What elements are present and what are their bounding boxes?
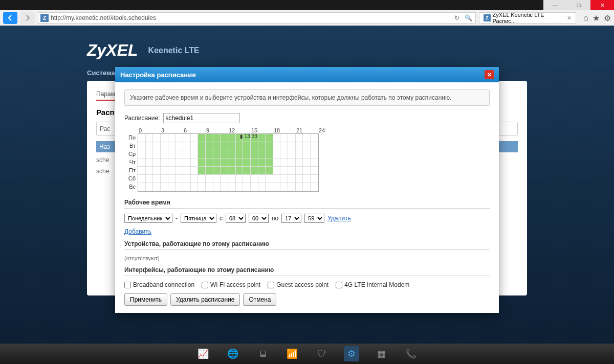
grid-cell[interactable] (258, 167, 266, 175)
tab-close-icon[interactable]: ✕ (567, 15, 572, 21)
grid-cell[interactable] (213, 150, 221, 158)
grid-cell[interactable] (168, 150, 176, 158)
grid-cell[interactable] (206, 150, 213, 158)
grid-cell[interactable] (153, 167, 161, 175)
grid-cell[interactable] (296, 167, 303, 175)
grid-cell[interactable] (236, 142, 244, 150)
grid-cell[interactable] (161, 142, 168, 150)
grid-cell[interactable] (191, 158, 199, 167)
grid-cell[interactable] (251, 150, 258, 158)
grid-cell[interactable] (221, 150, 228, 158)
grid-cell[interactable] (288, 183, 296, 191)
dock-globe-icon[interactable]: 🌐 (225, 346, 240, 361)
grid-cell[interactable] (266, 167, 273, 175)
grid-cell[interactable] (206, 183, 213, 191)
grid-cell[interactable] (303, 175, 311, 183)
grid-cell[interactable] (183, 158, 191, 167)
grid-cell[interactable] (191, 134, 199, 142)
grid-cell[interactable] (221, 142, 228, 150)
grid-cell[interactable] (228, 167, 236, 175)
grid-cell[interactable] (296, 183, 303, 191)
grid-cell[interactable] (213, 175, 221, 183)
grid-cell[interactable] (168, 134, 176, 142)
grid-cell[interactable] (251, 175, 258, 183)
grid-cell[interactable] (251, 158, 258, 167)
grid-cell[interactable] (176, 158, 183, 167)
grid-cell[interactable] (198, 175, 206, 183)
grid-cell[interactable] (176, 167, 183, 175)
grid-cell[interactable] (288, 175, 296, 183)
grid-cell[interactable] (161, 183, 168, 191)
grid-cell[interactable] (168, 167, 176, 175)
grid-cell[interactable] (198, 167, 206, 175)
star-icon[interactable]: ★ (593, 13, 600, 23)
grid-cell[interactable] (176, 175, 183, 183)
grid-cell[interactable] (311, 175, 318, 183)
grid-cell[interactable] (138, 183, 146, 191)
grid-cell[interactable] (280, 150, 288, 158)
grid-cell[interactable] (146, 150, 154, 158)
grid-cell[interactable] (213, 183, 221, 191)
grid-cell[interactable] (183, 167, 191, 175)
grid-cell[interactable] (280, 175, 288, 183)
grid-cell[interactable] (183, 183, 191, 191)
grid-cell[interactable] (146, 183, 154, 191)
grid-cell[interactable] (236, 158, 244, 167)
min-to-select[interactable]: 59 (304, 214, 324, 223)
grid-cell[interactable] (280, 134, 288, 142)
grid-cell[interactable] (168, 142, 176, 150)
grid-cell[interactable] (198, 150, 206, 158)
window-minimize-button[interactable]: — (543, 0, 567, 10)
grid-cell[interactable] (206, 142, 213, 150)
grid-cell[interactable] (153, 150, 161, 158)
grid-cell[interactable] (266, 134, 273, 142)
grid-cell[interactable] (288, 158, 296, 167)
grid-cell[interactable] (168, 183, 176, 191)
grid-cell[interactable] (311, 134, 318, 142)
grid-cell[interactable] (191, 175, 199, 183)
grid-cell[interactable] (258, 175, 266, 183)
grid-cell[interactable] (161, 167, 168, 175)
cb-broadband[interactable]: Broadband connection (124, 281, 194, 288)
grid-cell[interactable] (266, 175, 273, 183)
grid-cell[interactable] (191, 150, 199, 158)
grid-cell[interactable] (138, 134, 146, 142)
grid-cell[interactable] (228, 142, 236, 150)
grid-cell[interactable] (280, 142, 288, 150)
grid-cell[interactable] (206, 175, 213, 183)
grid-cell[interactable] (176, 142, 183, 150)
grid-cell[interactable] (273, 183, 281, 191)
grid-cell[interactable] (206, 167, 213, 175)
grid-cell[interactable] (221, 183, 228, 191)
grid-cell[interactable] (176, 134, 183, 142)
grid-cell[interactable] (243, 175, 251, 183)
grid-cell[interactable] (183, 142, 191, 150)
grid-cell[interactable] (258, 158, 266, 167)
grid-cell[interactable] (146, 134, 154, 142)
cb-4glte[interactable]: 4G LTE Internal Modem (336, 281, 409, 288)
dock-gear-icon[interactable]: ⚙ (344, 346, 359, 361)
grid-cell[interactable] (138, 150, 146, 158)
grid-cell[interactable] (221, 175, 228, 183)
gear-icon[interactable]: ⚙ (604, 13, 611, 23)
grid-cell[interactable] (176, 150, 183, 158)
grid-cell[interactable] (228, 158, 236, 167)
grid-cell[interactable] (311, 167, 318, 175)
grid-cell[interactable] (183, 134, 191, 142)
grid-cell[interactable] (138, 158, 146, 167)
grid-cell[interactable] (303, 183, 311, 191)
cb-wifi[interactable]: Wi-Fi access point (202, 281, 260, 288)
grid-cell[interactable] (213, 167, 221, 175)
grid-cell[interactable] (146, 142, 154, 150)
search-icon[interactable]: 🔍 (463, 13, 473, 23)
grid-cell[interactable] (221, 167, 228, 175)
grid-cell[interactable] (168, 158, 176, 167)
grid-cell[interactable] (221, 158, 228, 167)
grid-cell[interactable] (251, 142, 258, 150)
grid-cell[interactable] (266, 158, 273, 167)
grid-cell[interactable] (228, 150, 236, 158)
hour-to-select[interactable]: 17 (281, 214, 301, 223)
grid-cell[interactable] (146, 158, 154, 167)
day-from-select[interactable]: Понедельник (124, 214, 172, 223)
grid-cell[interactable] (288, 150, 296, 158)
